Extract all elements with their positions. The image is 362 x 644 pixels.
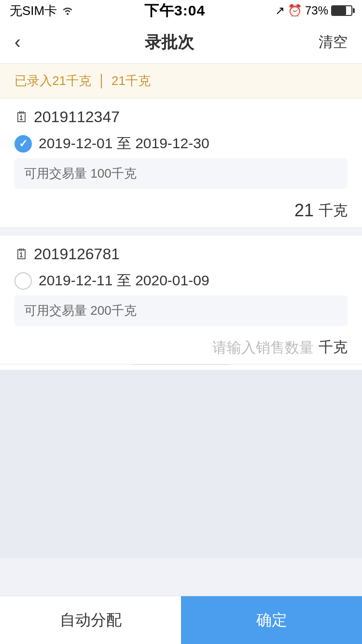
confirm-button[interactable]: 确定	[181, 596, 362, 644]
bottom-spacer	[0, 370, 362, 558]
batch-1-radio[interactable]: ✓	[14, 135, 32, 153]
batch-2-available: 可用交易量 200千克	[14, 295, 348, 326]
back-button[interactable]: ‹	[14, 32, 21, 53]
gap-1	[0, 228, 362, 236]
battery-percentage: 73%	[305, 4, 328, 17]
svg-point-0	[67, 13, 69, 15]
batch-2-quantity-row[interactable]: 千克	[0, 333, 362, 364]
batch-2-quantity-input[interactable]	[130, 339, 314, 356]
batch-1-date: 2019-12-01 至 2019-12-30	[39, 134, 209, 154]
status-time: 下午3:04	[144, 1, 205, 21]
nav-bar: ‹ 录批次 清空	[0, 21, 362, 64]
batch-item-1: 🗓 2019112347 ✓ 2019-12-01 至 2019-12-30 可…	[0, 98, 362, 228]
check-icon-1: ✓	[19, 138, 28, 150]
batch-1-unit: 千克	[319, 201, 348, 221]
battery-icon	[331, 5, 352, 16]
batch-1-available: 可用交易量 100千克	[14, 158, 348, 189]
info-banner: 已录入21千克 21千克	[0, 64, 362, 98]
status-bar: 无SIM卡 下午3:04 ↗ ⏰ 73%	[0, 0, 362, 21]
batch-1-header: 🗓 2019112347	[0, 98, 362, 131]
batch-2-date-row[interactable]: 2019-12-11 至 2020-01-09	[0, 268, 362, 295]
batch-2-unit: 千克	[319, 337, 348, 357]
status-left: 无SIM卡	[10, 2, 74, 19]
input-underline	[133, 364, 229, 365]
alarm-icon: ⏰	[288, 4, 302, 17]
clear-button[interactable]: 清空	[319, 32, 348, 52]
carrier-text: 无SIM卡	[10, 2, 57, 19]
bottom-buttons: 自动分配 确定	[0, 596, 362, 644]
batch-2-date: 2019-12-11 至 2020-01-09	[39, 271, 209, 291]
batch-1-id: 2019112347	[34, 108, 120, 126]
recorded-amount: 已录入21千克	[14, 72, 91, 89]
banner-divider	[101, 74, 102, 88]
location-icon: ↗	[275, 4, 285, 17]
batch-item-2: 🗓 2019126781 2019-12-11 至 2020-01-09 可用交…	[0, 236, 362, 370]
batch-2-radio[interactable]	[14, 272, 32, 290]
batch-id-icon-2: 🗓	[14, 246, 29, 263]
batch-1-quantity: 21	[294, 200, 314, 221]
total-amount: 21千克	[111, 72, 151, 89]
auto-distribute-button[interactable]: 自动分配	[0, 596, 181, 644]
batch-1-date-row[interactable]: ✓ 2019-12-01 至 2019-12-30	[0, 131, 362, 158]
wifi-icon	[61, 6, 74, 15]
batch-1-quantity-row: 21 千克	[0, 196, 362, 228]
page-title: 录批次	[145, 31, 194, 54]
batch-id-icon-1: 🗓	[14, 109, 29, 126]
status-right: ↗ ⏰ 73%	[275, 4, 352, 17]
batch-2-header: 🗓 2019126781	[0, 236, 362, 268]
batch-2-id: 2019126781	[34, 245, 120, 263]
